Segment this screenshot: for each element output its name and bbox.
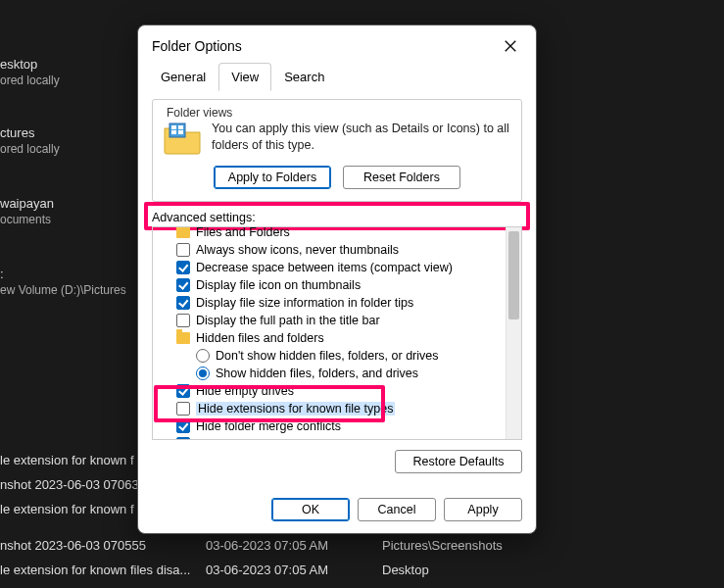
- desktop-item-sub: ew Volume (D:)\Pictures: [0, 283, 126, 299]
- setting-row[interactable]: Hide extensions for known file types: [159, 400, 506, 417]
- folder-views-group: Folder views You can apply this view (su…: [152, 99, 522, 202]
- desktop-item-title: ctures: [0, 125, 60, 142]
- checkbox[interactable]: [176, 243, 190, 257]
- setting-row[interactable]: Don't show hidden files, folders, or dri…: [159, 347, 506, 365]
- folder-icon: [176, 227, 190, 238]
- svg-rect-3: [171, 130, 176, 134]
- radio[interactable]: [196, 349, 210, 363]
- setting-row[interactable]: Always show icons, never thumbnails: [159, 241, 506, 259]
- folder-views-text: You can apply this view (such as Details…: [212, 121, 511, 154]
- file-location: Pictures\Screenshots: [382, 538, 503, 553]
- file-name: le extension for known files disa...: [0, 563, 206, 577]
- settings-list[interactable]: Files and Folders Always show icons, nev…: [153, 227, 506, 439]
- setting-label: Display the full path in the title bar: [196, 314, 380, 327]
- checkbox[interactable]: [176, 402, 190, 416]
- tab-bar: General View Search: [138, 63, 536, 91]
- advanced-settings-tree: Files and Folders Always show icons, nev…: [152, 226, 522, 440]
- desktop-item-title: waipayan: [0, 196, 54, 213]
- folder-views-icon: [163, 121, 202, 156]
- apply-button[interactable]: Apply: [444, 498, 522, 521]
- setting-label: Hide protected operating system files (R…: [196, 437, 492, 439]
- svg-rect-1: [171, 125, 176, 129]
- setting-row[interactable]: Display file icon on thumbnails: [159, 276, 506, 294]
- setting-row[interactable]: Decrease space between items (compact vi…: [159, 259, 506, 276]
- file-location: Desktop: [382, 563, 429, 577]
- cancel-button[interactable]: Cancel: [358, 498, 436, 521]
- list-item[interactable]: nshot 2023-06-03 070555 03-06-2023 07:05…: [0, 538, 724, 553]
- setting-label: Always show icons, never thumbnails: [196, 243, 399, 257]
- setting-label: Decrease space between items (compact vi…: [196, 261, 453, 274]
- setting-label: Hide folder merge conflicts: [196, 419, 341, 433]
- folder-views-legend: Folder views: [163, 106, 236, 120]
- reset-folders-button[interactable]: Reset Folders: [343, 166, 460, 189]
- dialog-content: Folder views You can apply this view (su…: [138, 91, 536, 488]
- settings-heading: Files and Folders: [159, 227, 506, 241]
- scrollbar-thumb[interactable]: [508, 231, 519, 319]
- checkbox[interactable]: [176, 419, 190, 433]
- setting-label: Display file size information in folder …: [196, 296, 413, 310]
- setting-label: Display file icon on thumbnails: [196, 278, 361, 292]
- dialog-title: Folder Options: [152, 38, 242, 54]
- checkbox[interactable]: [176, 278, 190, 292]
- setting-row[interactable]: Show hidden files, folders, and drives: [159, 365, 506, 382]
- desktop-item[interactable]: esktop ored locally: [0, 57, 60, 88]
- checkbox[interactable]: [176, 384, 190, 398]
- desktop-item[interactable]: ctures ored locally: [0, 125, 60, 157]
- advanced-settings-label-wrap: Advanced settings:: [152, 210, 522, 224]
- setting-label: Hide empty drives: [196, 384, 294, 398]
- setting-row[interactable]: Hidden files and folders: [159, 329, 506, 347]
- desktop-item-sub: ored locally: [0, 74, 60, 89]
- setting-row[interactable]: Display the full path in the title bar: [159, 312, 506, 329]
- list-item[interactable]: le extension for known files disa... 03-…: [0, 563, 724, 577]
- advanced-settings-label: Advanced settings:: [152, 211, 256, 224]
- desktop-item[interactable]: : ew Volume (D:)\Pictures: [0, 267, 126, 298]
- setting-row[interactable]: Hide folder merge conflicts: [159, 417, 506, 435]
- apply-to-folders-button[interactable]: Apply to Folders: [214, 166, 331, 189]
- dialog-buttons: OK Cancel Apply: [138, 488, 536, 533]
- close-button[interactable]: [499, 34, 522, 58]
- desktop-item-sub: ocuments: [0, 213, 54, 228]
- radio[interactable]: [196, 367, 210, 380]
- checkbox[interactable]: [176, 296, 190, 310]
- restore-defaults-button[interactable]: Restore Defaults: [395, 450, 522, 473]
- close-icon: [504, 39, 517, 53]
- settings-heading-label: Files and Folders: [196, 227, 290, 239]
- titlebar: Folder Options: [138, 25, 536, 63]
- svg-rect-2: [178, 125, 183, 129]
- setting-row[interactable]: Hide protected operating system files (R…: [159, 435, 506, 439]
- setting-label: Hidden files and folders: [196, 331, 324, 345]
- desktop-item-title: esktop: [0, 57, 60, 74]
- scrollbar[interactable]: [506, 227, 521, 439]
- folder-options-dialog: Folder Options General View Search Folde…: [137, 24, 537, 534]
- ok-button[interactable]: OK: [271, 498, 350, 521]
- setting-label: Don't show hidden files, folders, or dri…: [216, 349, 439, 363]
- tab-search[interactable]: Search: [271, 63, 337, 91]
- setting-label: Hide extensions for known file types: [196, 402, 395, 416]
- desktop-item[interactable]: waipayan ocuments: [0, 196, 54, 227]
- folder-icon: [176, 332, 190, 344]
- file-name: nshot 2023-06-03 070555: [0, 538, 206, 553]
- setting-row[interactable]: Hide empty drives: [159, 382, 506, 400]
- checkbox[interactable]: [176, 437, 190, 439]
- tab-view[interactable]: View: [218, 63, 271, 91]
- desktop-item-sub: ored locally: [0, 142, 60, 158]
- file-date: 03-06-2023 07:05 AM: [206, 538, 382, 553]
- file-date: 03-06-2023 07:05 AM: [206, 563, 382, 577]
- tab-general[interactable]: General: [148, 63, 218, 91]
- desktop-item-title: :: [0, 267, 126, 283]
- checkbox[interactable]: [176, 261, 190, 274]
- setting-label: Show hidden files, folders, and drives: [216, 367, 418, 380]
- setting-row[interactable]: Display file size information in folder …: [159, 294, 506, 312]
- checkbox[interactable]: [176, 314, 190, 327]
- svg-rect-4: [178, 130, 183, 134]
